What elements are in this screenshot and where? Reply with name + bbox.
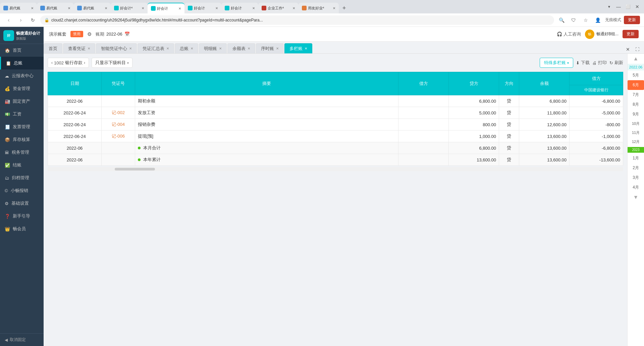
tab-close-8[interactable]: ✕ [292, 6, 295, 10]
tab-close-7[interactable]: ✕ [252, 6, 255, 10]
cal-month-aug[interactable]: 8月 [628, 100, 644, 109]
search-browser-button[interactable]: 🔍 [557, 15, 566, 25]
sidebar-item-guide[interactable]: ❓ 新手引导 [0, 210, 44, 223]
browser-tab-2[interactable]: 易代账 ✕ [37, 3, 74, 13]
tab-journal[interactable]: 序时账 ✕ [256, 43, 284, 53]
back-button[interactable]: ‹ [4, 15, 13, 25]
calendar-up-button[interactable]: ▲ [628, 54, 644, 64]
tab-voucher-summary[interactable]: 凭证汇总表 ✕ [138, 43, 174, 53]
sidebar-item-ledger[interactable]: 📋 总账 [0, 57, 44, 69]
tab-close-2[interactable]: ✕ [68, 6, 70, 10]
cal-month-june[interactable]: 6月 [628, 80, 644, 90]
tab-close-6[interactable]: ✕ [215, 6, 218, 10]
tab-multi-close[interactable]: ✕ [305, 47, 307, 50]
browser-tab-6[interactable]: 好会计 ✕ [184, 3, 221, 13]
pin-toggle-button[interactable]: ◀ 取消固定 [0, 334, 44, 346]
browser-tab-9[interactable]: 用友好业⁴ ✕ [299, 3, 339, 13]
browser-tab-1[interactable]: 易代账 ✕ [0, 3, 37, 13]
account-navigator[interactable]: ‹ 1002 银行存款 › [48, 58, 89, 68]
sidebar-label-archive: 归档管理 [12, 175, 29, 181]
sidebar-item-expense[interactable]: © 小畅报销 [0, 184, 44, 197]
consult-button[interactable]: 🎧 人工咨询 [557, 31, 581, 37]
sidebar-item-fund[interactable]: 💰 资金管理 [0, 82, 44, 95]
refresh-button[interactable]: ↻ 刷新 [609, 60, 623, 66]
special-multi-button[interactable]: 特殊多栏账 ▾ [540, 58, 573, 68]
address-bar[interactable]: 🔒 cloud2.chanjet.com/accounting/uh26t264… [40, 15, 554, 25]
sidebar-item-home[interactable]: 🏠 首页 [0, 44, 44, 57]
expand-panel-button[interactable]: ⛶ [633, 45, 641, 53]
star-icon[interactable]: ☆ [581, 15, 590, 25]
tab-close-9[interactable]: ✕ [333, 6, 335, 10]
cal-month-oct[interactable]: 10月 [628, 119, 644, 128]
tab-detail-close[interactable]: ✕ [219, 47, 222, 50]
browser-tab-7[interactable]: 好会计 ✕ [221, 3, 258, 13]
cal-month-apr-2023[interactable]: 4月 [628, 183, 644, 192]
next-account-button[interactable]: › [84, 60, 85, 65]
new-tab-button[interactable]: + [339, 3, 350, 13]
cal-month-mar-2023[interactable]: 3月 [628, 173, 644, 183]
sidebar-item-settings[interactable]: ⚙ 基础设置 [0, 197, 44, 210]
cell-voucher-3[interactable]: 记-006 [102, 131, 135, 142]
minimize-button[interactable]: — [614, 3, 623, 11]
tab-general-ledger[interactable]: 总账 ✕ [175, 43, 198, 53]
cell-voucher-2[interactable]: 记-004 [102, 119, 135, 131]
cal-month-nov[interactable]: 11月 [628, 128, 644, 137]
cal-month-jan-2023[interactable]: 1月 [628, 153, 644, 163]
update-app-button[interactable]: 更新 [623, 30, 639, 38]
cal-month-july[interactable]: 7月 [628, 90, 644, 100]
tab-multi-column[interactable]: 多栏账 ✕ [284, 43, 312, 53]
period-selector[interactable]: 账期 2022-06 📅 [96, 31, 130, 37]
sidebar-item-inventory[interactable]: 📦 库存核算 [0, 133, 44, 146]
tab-list-button[interactable]: ▾ [605, 3, 613, 11]
tab-close-1[interactable]: ✕ [31, 6, 34, 10]
sidebar-item-cloud-report[interactable]: ☁ 云报表中心 [0, 69, 44, 82]
sidebar-item-invoice[interactable]: 🧾 发票管理 [0, 120, 44, 133]
sidebar-item-archive[interactable]: 🗂 归档管理 [0, 171, 44, 184]
sidebar-item-salary[interactable]: 💵 工资 [0, 108, 44, 120]
close-panel-button[interactable]: ✕ [624, 45, 632, 53]
sub-filter-select[interactable]: 只显示下级科目 ▾ [92, 58, 132, 68]
prev-account-button[interactable]: ‹ [51, 60, 53, 65]
tab-general-close[interactable]: ✕ [191, 47, 193, 50]
tab-smart-voucher[interactable]: 智能凭证中心 ✕ [96, 43, 137, 53]
sidebar-item-member[interactable]: 👑 畅会员 [0, 223, 44, 235]
tab-vsum-close[interactable]: ✕ [166, 47, 169, 50]
profile-button[interactable]: 👤 [593, 15, 602, 25]
browser-tab-3[interactable]: 易代账 ✕ [74, 3, 111, 13]
tab-voucher-view-close[interactable]: ✕ [88, 47, 90, 50]
sidebar-item-assets[interactable]: 🏭 固定资产 [0, 95, 44, 108]
user-profile[interactable]: 畅 畅通好B组... [585, 30, 619, 39]
tab-label-3: 易代账 [83, 6, 94, 11]
tab-voucher-view[interactable]: 查看凭证 ✕ [63, 43, 95, 53]
forward-button[interactable]: › [16, 15, 25, 25]
tab-detail-ledger[interactable]: 明细账 ✕ [199, 43, 227, 53]
tab-home[interactable]: 首页 [44, 43, 62, 53]
tab-close-4[interactable]: ✕ [142, 6, 144, 10]
cal-month-feb-2023[interactable]: 2月 [628, 163, 644, 173]
calendar-down-button[interactable]: ▼ [628, 192, 644, 202]
tab-smart-close[interactable]: ✕ [129, 47, 132, 50]
maximize-button[interactable]: ⬜ [624, 3, 632, 11]
close-window-button[interactable]: ✕ [633, 3, 641, 11]
browser-tab-8[interactable]: 企业工作⁴ ✕ [258, 3, 299, 13]
cell-voucher-1[interactable]: 记-002 [102, 107, 135, 119]
tab-close-3[interactable]: ✕ [105, 6, 107, 10]
cal-month-sep[interactable]: 9月 [628, 109, 644, 119]
cell-balance-3: 13,600.00 [519, 131, 570, 142]
sidebar-item-tax[interactable]: 🏛 税务管理 [0, 146, 44, 159]
cal-month-dec[interactable]: 12月 [628, 137, 644, 146]
tab-close-5[interactable]: ✕ [178, 7, 181, 10]
tab-journal-close[interactable]: ✕ [276, 47, 279, 50]
browser-tab-4[interactable]: 好会计⁴ ✕ [111, 3, 148, 13]
sidebar-item-closing[interactable]: ✅ 结账 [0, 159, 44, 171]
print-button[interactable]: 🖨 打印 [592, 60, 607, 66]
cal-month-may[interactable]: 5月 [628, 70, 644, 80]
browser-tab-5[interactable]: 好会计 ✕ [148, 3, 184, 13]
reload-button[interactable]: ↻ [28, 15, 38, 25]
tab-balance-close[interactable]: ✕ [248, 47, 250, 50]
download-button[interactable]: ⬇ 下载 [576, 60, 590, 66]
h-scrollbar-thumb[interactable] [115, 168, 155, 170]
settings-gear-icon[interactable]: ⚙ [87, 31, 92, 37]
tab-balance[interactable]: 余额表 ✕ [227, 43, 255, 53]
update-browser-button[interactable]: 更新 [624, 16, 640, 24]
